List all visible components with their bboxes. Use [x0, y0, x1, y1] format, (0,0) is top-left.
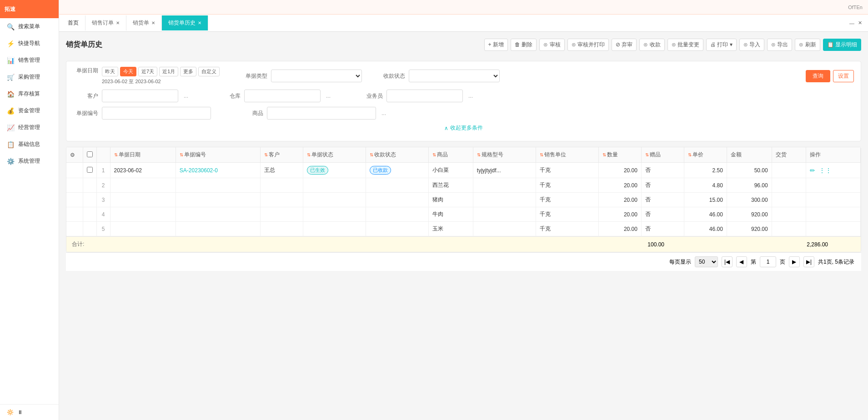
sidebar-item-purchase-mgmt[interactable]: 🛒 采购管理	[0, 69, 59, 85]
cell-customer	[261, 222, 303, 236]
cell-checkbox[interactable]	[83, 222, 96, 236]
th-unit[interactable]: ⇅销售单位	[536, 147, 598, 163]
import-button[interactable]: ⊙ 导入	[739, 39, 764, 51]
th-doc-date[interactable]: ⇅单据日期	[110, 147, 176, 163]
tab-sales-history[interactable]: 销货单历史 ✕	[162, 15, 208, 30]
cell-checkbox[interactable]	[83, 163, 96, 178]
th-customer[interactable]: ⇅客户	[261, 147, 303, 163]
audit-button[interactable]: ⊙ 审核	[539, 39, 564, 51]
customer-dots[interactable]: ...	[184, 93, 188, 99]
cell-trade	[772, 178, 806, 193]
th-settings[interactable]: ⚙	[66, 147, 83, 163]
th-payment-status[interactable]: ⇅收款状态	[366, 147, 429, 163]
sidebar-item-inventory[interactable]: 🏠 库存核算	[0, 85, 59, 102]
cell-doc-date	[110, 193, 176, 207]
doc-type-select[interactable]	[271, 70, 362, 82]
date-range-buttons: 昨天 今天 近7天 近1月 更多 自定义	[102, 67, 220, 76]
sidebar-item-operations[interactable]: 📈 经营管理	[0, 119, 59, 136]
tab-close-sales-goods[interactable]: ✕	[151, 20, 155, 25]
tabs-close-icon[interactable]: ✕	[858, 20, 862, 26]
delete-button[interactable]: 🗑 删除	[511, 39, 537, 51]
warehouse-input[interactable]	[244, 90, 321, 102]
date-btn-yesterday[interactable]: 昨天	[102, 67, 118, 76]
new-button[interactable]: + 新增	[484, 39, 508, 51]
last-page-btn[interactable]: ▶|	[803, 256, 814, 267]
sidebar-item-search-menu[interactable]: 🔍 搜索菜单	[0, 18, 59, 35]
cell-doc-no[interactable]	[176, 222, 260, 236]
show-detail-button[interactable]: 📋 显示明细	[823, 39, 861, 51]
sidebar-bottom: 🔆 ⏸	[0, 404, 59, 420]
salesperson-input[interactable]	[386, 90, 463, 102]
cell-checkbox[interactable]	[83, 207, 96, 222]
refresh-button[interactable]: ⊙ 刷新	[795, 39, 820, 51]
doc-no-input[interactable]	[102, 107, 211, 120]
tab-home[interactable]: 首页	[61, 15, 85, 30]
goods-input[interactable]	[267, 107, 376, 120]
th-quantity[interactable]: ⇅数量	[599, 147, 642, 163]
th-doc-no[interactable]: ⇅单据编号	[176, 147, 260, 163]
warehouse-dots[interactable]: ...	[326, 93, 331, 99]
cell-amount: 300.00	[727, 193, 772, 207]
sidebar-item-quick-nav[interactable]: ⚡ 快捷导航	[0, 35, 59, 52]
cell-gift: 否	[641, 178, 684, 193]
th-doc-status[interactable]: ⇅单据状态	[303, 147, 366, 163]
cell-checkbox[interactable]	[83, 178, 96, 193]
print-button[interactable]: 🖨 打印 ▾	[706, 39, 737, 51]
tabs-minimize-icon[interactable]: —	[849, 20, 854, 26]
cell-doc-no[interactable]: SA-20230602-0	[176, 163, 260, 178]
tab-close-sales-history[interactable]: ✕	[198, 20, 201, 25]
th-goods[interactable]: ⇅商品	[429, 147, 473, 163]
date-btn-more[interactable]: 更多	[180, 67, 196, 76]
audit-print-button[interactable]: ⊙ 审核并打印	[567, 39, 609, 51]
date-btn-7days[interactable]: 近7天	[138, 67, 157, 76]
cell-doc-no[interactable]	[176, 178, 260, 193]
payment-status-select[interactable]	[409, 70, 500, 82]
th-checkbox[interactable]	[83, 147, 96, 163]
sidebar-bottom-btn1[interactable]: 🔆 ⏸	[0, 405, 59, 420]
discard-button[interactable]: ⊘ 弃审	[612, 39, 637, 51]
tab-sales-order[interactable]: 销售订单 ✕	[85, 15, 126, 30]
batch-change-button[interactable]: ⊙ 批量变更	[667, 39, 703, 51]
customer-input[interactable]	[102, 90, 178, 102]
prev-page-btn[interactable]: ◀	[736, 256, 747, 267]
cell-doc-status	[303, 222, 366, 236]
th-price[interactable]: ⇅单价	[684, 147, 727, 163]
cell-doc-no[interactable]	[176, 207, 260, 222]
first-page-btn[interactable]: |◀	[722, 256, 733, 267]
edit-icon[interactable]: ✏	[810, 167, 815, 174]
more-icon[interactable]: ⋮⋮	[819, 167, 832, 174]
th-spec[interactable]: ⇅规格型号	[473, 147, 536, 163]
sidebar-item-system[interactable]: ⚙️ 系统管理	[0, 153, 59, 170]
next-page-btn[interactable]: ▶	[789, 256, 800, 267]
sidebar-item-sales-mgmt[interactable]: 📊 销售管理	[0, 52, 59, 69]
salesperson-dots[interactable]: ...	[468, 93, 473, 99]
select-all-checkbox[interactable]	[87, 151, 93, 157]
cell-settings	[66, 178, 83, 193]
cell-checkbox[interactable]	[83, 193, 96, 207]
date-btn-today[interactable]: 今天	[120, 67, 136, 76]
page-size-select[interactable]: 50 100 200	[695, 256, 718, 267]
tab-sales-goods[interactable]: 销货单 ✕	[126, 15, 162, 30]
tab-close-sales-order[interactable]: ✕	[116, 20, 120, 25]
query-button[interactable]: 查询	[806, 70, 830, 82]
export-button[interactable]: ⊙ 导出	[767, 39, 792, 51]
cell-doc-no[interactable]	[176, 193, 260, 207]
filter-row-2: 客户 ... 仓库 ... 业务员 ...	[73, 90, 854, 102]
sidebar-item-basic-info[interactable]: 📋 基础信息	[0, 136, 59, 153]
cell-gift: 否	[641, 222, 684, 236]
row-checkbox[interactable]	[87, 167, 93, 173]
page-number-input[interactable]	[760, 256, 776, 267]
date-btn-1month[interactable]: 近1月	[159, 67, 178, 76]
cell-unit: 千克	[536, 178, 598, 193]
date-btn-custom[interactable]: 自定义	[198, 67, 220, 76]
goods-dots[interactable]: ...	[381, 110, 386, 116]
collapse-button[interactable]: ∧ 收起更多条件	[444, 124, 483, 132]
warehouse-label: 仓库	[216, 92, 241, 100]
purchase-mgmt-icon: 🛒	[7, 74, 15, 81]
th-gift[interactable]: ⇅赠品	[641, 147, 684, 163]
receive-button[interactable]: ⊙ 收款	[639, 39, 664, 51]
settings-button[interactable]: 设置	[833, 70, 854, 82]
cell-doc-date	[110, 222, 176, 236]
sidebar-item-finance[interactable]: 💰 资金管理	[0, 102, 59, 119]
cell-price: 4.80	[684, 178, 727, 193]
